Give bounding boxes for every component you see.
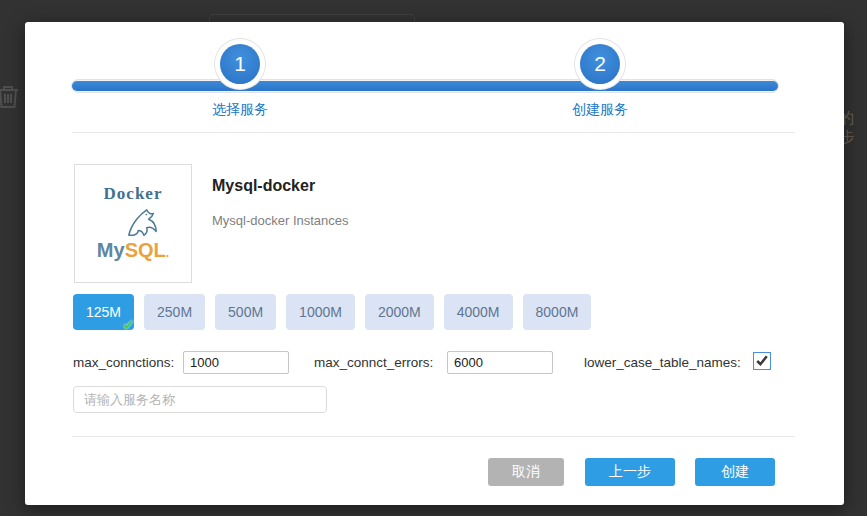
memory-option-250m[interactable]: 250M: [144, 294, 205, 330]
memory-option-500m[interactable]: 500M: [215, 294, 276, 330]
service-name-input[interactable]: [73, 386, 327, 413]
memory-option-group: 125M ✔ 250M 500M 1000M 2000M 4000M 8000M: [73, 294, 591, 330]
memory-option-label: 2000M: [378, 304, 421, 320]
step-2-circle[interactable]: 2: [580, 44, 620, 84]
memory-option-8000m[interactable]: 8000M: [523, 294, 592, 330]
memory-option-1000m[interactable]: 1000M: [286, 294, 355, 330]
memory-option-label: 8000M: [536, 304, 579, 320]
stepper-progress-bar: [72, 81, 778, 91]
step-1-label: 选择服务: [180, 101, 300, 119]
mysql-logo-my: My: [97, 239, 125, 261]
max-connect-errors-input[interactable]: [447, 351, 553, 374]
memory-option-label: 1000M: [299, 304, 342, 320]
memory-option-label: 4000M: [457, 304, 500, 320]
create-button[interactable]: 创建: [695, 458, 775, 486]
memory-option-label: 125M: [86, 304, 121, 320]
trash-icon: [0, 82, 22, 110]
selected-check-icon: ✔: [122, 316, 135, 334]
memory-option-4000m[interactable]: 4000M: [444, 294, 513, 330]
step-1-number: 1: [234, 52, 246, 75]
footer-divider: [72, 436, 795, 437]
background-text-line: 的: [841, 108, 867, 127]
mysql-logo-sql: SQL: [125, 239, 166, 261]
cancel-button[interactable]: 取消: [488, 458, 564, 486]
background-text-line: 步: [841, 127, 867, 146]
mysql-logo-text: MySQL.: [97, 240, 169, 263]
memory-option-2000m[interactable]: 2000M: [365, 294, 434, 330]
max-connect-errors-label: max_connct_errors:: [314, 355, 433, 370]
memory-option-label: 250M: [157, 304, 192, 320]
docker-logo-text: Docker: [104, 184, 163, 204]
lower-case-table-names-label: lower_case_table_names:: [584, 355, 741, 370]
header-divider: [72, 132, 795, 133]
lower-case-table-names-checkbox[interactable]: [754, 353, 770, 369]
create-service-dialog: 1 2 选择服务 创建服务 Docker MySQL. Mysql-docker…: [25, 22, 844, 505]
step-1-circle[interactable]: 1: [220, 44, 260, 84]
service-title: Mysql-docker: [212, 177, 315, 195]
previous-step-button[interactable]: 上一步: [585, 458, 675, 486]
max-connections-input[interactable]: [183, 351, 289, 374]
service-subtitle: Mysql-docker Instances: [212, 213, 349, 228]
step-2-label: 创建服务: [540, 101, 660, 119]
memory-option-label: 500M: [228, 304, 263, 320]
background-clipped-text: 的 步: [841, 108, 867, 146]
mysql-logo-dot: .: [166, 246, 169, 260]
step-2-number: 2: [594, 52, 606, 75]
service-logo-card: Docker MySQL.: [74, 164, 192, 283]
memory-option-125m[interactable]: 125M ✔: [73, 294, 134, 330]
max-connections-label: max_connctions:: [73, 355, 174, 370]
